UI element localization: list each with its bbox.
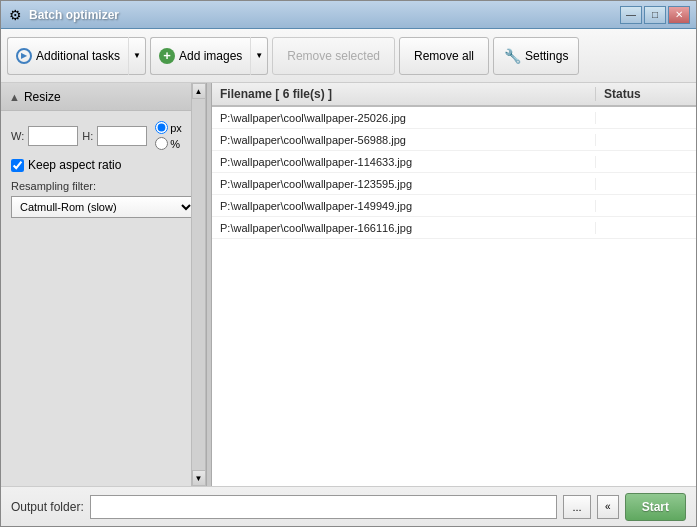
file-path: P:\wallpaper\cool\wallpaper-56988.jpg bbox=[212, 134, 596, 146]
file-path: P:\wallpaper\cool\wallpaper-25026.jpg bbox=[212, 112, 596, 124]
wrench-icon: 🔧 bbox=[504, 48, 521, 64]
resize-section-content: W: H: px % bbox=[1, 111, 205, 228]
back-button[interactable]: « bbox=[597, 495, 619, 519]
left-panel-inner: ▲ Resize W: H: px bbox=[1, 83, 205, 486]
scroll-down-arrow[interactable]: ▼ bbox=[192, 470, 206, 486]
left-panel: ▲ Resize W: H: px bbox=[1, 83, 206, 486]
close-button[interactable]: ✕ bbox=[668, 6, 690, 24]
status-column-header: Status bbox=[596, 87, 696, 101]
table-row[interactable]: P:\wallpaper\cool\wallpaper-166116.jpg bbox=[212, 217, 696, 239]
app-icon: ⚙ bbox=[7, 7, 23, 23]
resampling-select[interactable]: Catmull-Rom (slow) bbox=[11, 196, 195, 218]
table-row[interactable]: P:\wallpaper\cool\wallpaper-56988.jpg bbox=[212, 129, 696, 151]
percent-radio[interactable] bbox=[155, 137, 168, 150]
resampling-filter-section: Resampling filter: Catmull-Rom (slow) bbox=[11, 180, 195, 218]
aspect-ratio-row: Keep aspect ratio bbox=[11, 158, 195, 172]
left-panel-scrollbar[interactable]: ▲ ▼ bbox=[191, 83, 205, 486]
collapse-icon: ▲ bbox=[9, 91, 20, 103]
unit-radio-group: px % bbox=[155, 121, 182, 150]
additional-tasks-label: Additional tasks bbox=[36, 49, 120, 63]
add-images-label: Add images bbox=[179, 49, 242, 63]
height-label: H: bbox=[82, 130, 93, 142]
px-radio[interactable] bbox=[155, 121, 168, 134]
table-row[interactable]: P:\wallpaper\cool\wallpaper-25026.jpg bbox=[212, 107, 696, 129]
px-radio-item[interactable]: px bbox=[155, 121, 182, 134]
file-path: P:\wallpaper\cool\wallpaper-149949.jpg bbox=[212, 200, 596, 212]
minimize-button[interactable]: — bbox=[620, 6, 642, 24]
width-input[interactable] bbox=[28, 126, 78, 146]
table-row[interactable]: P:\wallpaper\cool\wallpaper-123595.jpg bbox=[212, 173, 696, 195]
settings-label: Settings bbox=[525, 49, 568, 63]
file-path: P:\wallpaper\cool\wallpaper-166116.jpg bbox=[212, 222, 596, 234]
add-icon: + bbox=[159, 48, 175, 64]
keep-aspect-label: Keep aspect ratio bbox=[28, 158, 121, 172]
px-label: px bbox=[170, 122, 182, 134]
main-area: ▲ Resize W: H: px bbox=[1, 83, 696, 486]
window-title: Batch optimizer bbox=[29, 8, 620, 22]
file-table: Filename [ 6 file(s) ] Status P:\wallpap… bbox=[212, 83, 696, 486]
toolbar: ▶ Additional tasks ▼ + Add images ▼ Remo… bbox=[1, 29, 696, 83]
filename-column-header: Filename [ 6 file(s) ] bbox=[212, 87, 596, 101]
percent-radio-item[interactable]: % bbox=[155, 137, 182, 150]
resize-section-header[interactable]: ▲ Resize bbox=[1, 83, 205, 111]
table-row[interactable]: P:\wallpaper\cool\wallpaper-149949.jpg bbox=[212, 195, 696, 217]
add-images-split-button: + Add images ▼ bbox=[150, 37, 268, 75]
resampling-label: Resampling filter: bbox=[11, 180, 195, 192]
add-images-dropdown[interactable]: ▼ bbox=[250, 37, 268, 75]
file-path: P:\wallpaper\cool\wallpaper-123595.jpg bbox=[212, 178, 596, 190]
right-panel: Filename [ 6 file(s) ] Status P:\wallpap… bbox=[212, 83, 696, 486]
bottom-bar: Output folder: ... « Start bbox=[1, 486, 696, 526]
additional-tasks-dropdown[interactable]: ▼ bbox=[128, 37, 146, 75]
file-table-header: Filename [ 6 file(s) ] Status bbox=[212, 83, 696, 107]
browse-button[interactable]: ... bbox=[563, 495, 590, 519]
keep-aspect-checkbox[interactable] bbox=[11, 159, 24, 172]
remove-selected-label: Remove selected bbox=[287, 49, 380, 63]
output-path-input[interactable] bbox=[90, 495, 558, 519]
percent-label: % bbox=[170, 138, 180, 150]
scroll-up-arrow[interactable]: ▲ bbox=[192, 83, 206, 99]
resize-section-title: Resize bbox=[24, 90, 61, 104]
additional-tasks-button[interactable]: ▶ Additional tasks bbox=[7, 37, 128, 75]
additional-tasks-split-button: ▶ Additional tasks ▼ bbox=[7, 37, 146, 75]
file-path: P:\wallpaper\cool\wallpaper-114633.jpg bbox=[212, 156, 596, 168]
play-icon: ▶ bbox=[16, 48, 32, 64]
remove-all-label: Remove all bbox=[414, 49, 474, 63]
remove-selected-button[interactable]: Remove selected bbox=[272, 37, 395, 75]
table-row[interactable]: P:\wallpaper\cool\wallpaper-114633.jpg bbox=[212, 151, 696, 173]
title-bar: ⚙ Batch optimizer — □ ✕ bbox=[1, 1, 696, 29]
output-folder-label: Output folder: bbox=[11, 500, 84, 514]
maximize-button[interactable]: □ bbox=[644, 6, 666, 24]
main-window: ⚙ Batch optimizer — □ ✕ ▶ Additional tas… bbox=[0, 0, 697, 527]
remove-all-button[interactable]: Remove all bbox=[399, 37, 489, 75]
add-images-button[interactable]: + Add images bbox=[150, 37, 250, 75]
width-label: W: bbox=[11, 130, 24, 142]
window-controls: — □ ✕ bbox=[620, 6, 690, 24]
height-input[interactable] bbox=[97, 126, 147, 146]
start-button[interactable]: Start bbox=[625, 493, 686, 521]
scroll-track bbox=[192, 99, 206, 470]
size-inputs-row: W: H: px % bbox=[11, 121, 195, 150]
settings-button[interactable]: 🔧 Settings bbox=[493, 37, 579, 75]
